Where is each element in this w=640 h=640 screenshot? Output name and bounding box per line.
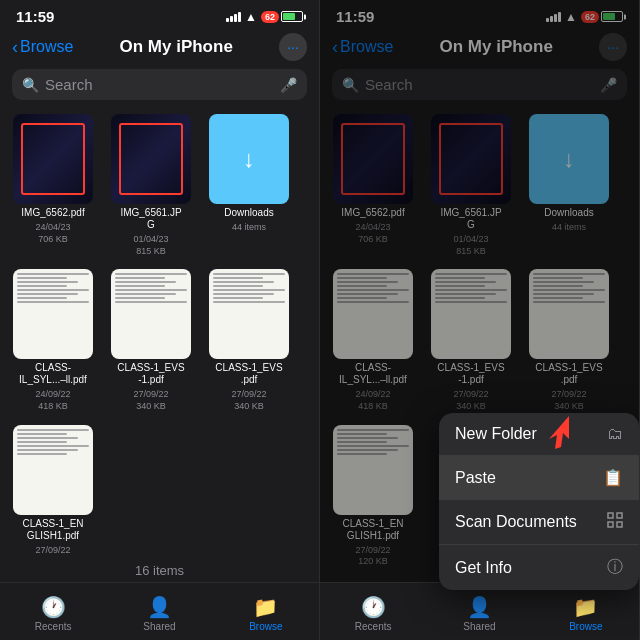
tab-browse-left[interactable]: 📁 Browse [213, 591, 319, 636]
tab-browse-label-right: Browse [569, 621, 602, 632]
file-name-class-evs: CLASS-1_EVS.pdf [215, 362, 282, 386]
file-item-class-eng[interactable]: CLASS-1_ENGLISH1.pdf 27/09/22120 KB [8, 425, 98, 555]
tab-browse-right[interactable]: 📁 Browse [533, 591, 639, 636]
file-row-3-left: CLASS-1_ENGLISH1.pdf 27/09/22120 KB [8, 425, 311, 555]
wifi-icon: ▲ [245, 10, 257, 24]
search-bar-right[interactable]: 🔍 Search 🎤 [332, 69, 627, 100]
nav-title-left: On My iPhone [120, 37, 233, 57]
file-row-1-left: IMG_6562.pdf 24/04/23706 KB IMG_6561.JPG… [8, 114, 311, 257]
mic-icon-right: 🎤 [600, 77, 617, 93]
more-button-right[interactable]: ··· [599, 33, 627, 61]
scan-icon [607, 512, 623, 532]
chevron-left-icon: ‹ [12, 37, 18, 58]
status-bar-right: 11:59 ▲ 62 [320, 0, 639, 29]
file-row-2-right: CLASS-IL_SYL...–ll.pdf 24/09/22418 KB CL… [328, 269, 631, 412]
download-arrow-icon: ↓ [243, 145, 255, 173]
tab-shared-label-right: Shared [463, 621, 495, 632]
file-thumb-class-eng [13, 425, 93, 515]
more-icon-left: ··· [287, 39, 299, 55]
file-meta-class-syl: 24/09/22418 KB [35, 389, 70, 412]
svg-rect-2 [608, 522, 613, 527]
tab-browse-label-left: Browse [249, 621, 282, 632]
svg-rect-0 [608, 513, 613, 518]
file-item-eng-r: CLASS-1_ENGLISH1.pdf 27/09/22120 KB [328, 425, 418, 568]
items-count-left: 16 items [0, 555, 319, 582]
back-label-right: Browse [340, 38, 393, 56]
browse-icon-left: 📁 [253, 595, 278, 619]
tab-shared-left[interactable]: 👤 Shared [106, 591, 212, 636]
info-icon: ⓘ [607, 557, 623, 578]
svg-rect-3 [617, 522, 622, 527]
nav-bar-left: ‹ Browse On My iPhone ··· [0, 29, 319, 69]
shared-icon-left: 👤 [147, 595, 172, 619]
recents-icon-right: 🕐 [361, 595, 386, 619]
search-input-left: Search [45, 76, 274, 93]
tab-bar-left: 🕐 Recents 👤 Shared 📁 Browse [0, 582, 319, 640]
file-name-class-syl: CLASS-IL_SYL...–ll.pdf [19, 362, 87, 386]
file-row-2-left: CLASS-IL_SYL...–ll.pdf 24/09/22418 KB CL… [8, 269, 311, 412]
tab-recents-label-left: Recents [35, 621, 72, 632]
back-button-right[interactable]: ‹ Browse [332, 37, 393, 58]
file-name-img6562: IMG_6562.pdf [21, 207, 84, 219]
recents-icon-left: 🕐 [41, 595, 66, 619]
file-item-class-evs[interactable]: CLASS-1_EVS.pdf 27/09/22340 KB [204, 269, 294, 412]
file-meta-img6562: 24/04/23706 KB [35, 222, 70, 245]
file-meta-class-evs: 27/09/22340 KB [231, 389, 266, 412]
file-meta-class-evs1: 27/09/22340 KB [133, 389, 168, 412]
status-icons-right: ▲ 62 [546, 10, 623, 24]
context-menu-paste[interactable]: Paste 📋 [439, 456, 639, 500]
file-item-img6562[interactable]: IMG_6562.pdf 24/04/23706 KB [8, 114, 98, 257]
mic-icon-left: 🎤 [280, 77, 297, 93]
tab-bar-right: 🕐 Recents 👤 Shared 📁 Browse [320, 582, 639, 640]
nav-bar-right: ‹ Browse On My iPhone ··· [320, 29, 639, 69]
back-button-left[interactable]: ‹ Browse [12, 37, 73, 58]
file-name-class-evs1: CLASS-1_EVS-1.pdf [117, 362, 184, 386]
file-item-img6561[interactable]: IMG_6561.JPG 01/04/23815 KB [106, 114, 196, 257]
file-item-syl-r: CLASS-IL_SYL...–ll.pdf 24/09/22418 KB [328, 269, 418, 412]
tab-shared-right[interactable]: 👤 Shared [426, 591, 532, 636]
battery-badge-right: 62 [581, 11, 599, 23]
file-name-img6561: IMG_6561.JPG [120, 207, 181, 231]
back-label-left: Browse [20, 38, 73, 56]
file-name-downloads: Downloads [224, 207, 273, 219]
more-button-left[interactable]: ··· [279, 33, 307, 61]
right-panel: 11:59 ▲ 62 ‹ Browse On My iPhone ··· [320, 0, 640, 640]
file-meta-img6561: 01/04/23815 KB [133, 234, 168, 257]
context-menu-label-new-folder: New Folder [455, 425, 537, 443]
file-item-class-evs1[interactable]: CLASS-1_EVS-1.pdf 27/09/22340 KB [106, 269, 196, 412]
file-thumb-img6561 [111, 114, 191, 204]
more-icon-right: ··· [607, 39, 619, 55]
status-icons-left: ▲ 62 [226, 10, 303, 24]
file-item-downloads[interactable]: ↓ Downloads 44 items [204, 114, 294, 257]
file-thumb-class-syl [13, 269, 93, 359]
file-item-class-syl[interactable]: CLASS-IL_SYL...–ll.pdf 24/09/22418 KB [8, 269, 98, 412]
file-item-evs-r: CLASS-1_EVS.pdf 27/09/22340 KB [524, 269, 614, 412]
wifi-icon-right: ▲ [565, 10, 577, 24]
search-icon-right: 🔍 [342, 77, 359, 93]
status-time-right: 11:59 [336, 8, 374, 25]
tab-shared-label-left: Shared [143, 621, 175, 632]
signal-icon-right [546, 12, 561, 22]
svg-rect-1 [617, 513, 622, 518]
file-row-1-right: IMG_6562.pdf 24/04/23706 KB IMG_6561.JPG… [328, 114, 631, 257]
file-item-downloads-r: ↓ Downloads 44 items [524, 114, 614, 257]
tab-recents-right[interactable]: 🕐 Recents [320, 591, 426, 636]
status-bar-left: 11:59 ▲ 62 [0, 0, 319, 29]
file-grid-left: IMG_6562.pdf 24/04/23706 KB IMG_6561.JPG… [0, 110, 319, 555]
chevron-left-icon-right: ‹ [332, 37, 338, 58]
file-item-evs1-r: CLASS-1_EVS-1.pdf 27/09/22340 KB [426, 269, 516, 412]
search-input-right: Search [365, 76, 594, 93]
tab-recents-label-right: Recents [355, 621, 392, 632]
context-menu-label-scan: Scan Documents [455, 513, 577, 531]
new-folder-icon: 🗂 [607, 425, 623, 443]
file-item-img6562-r: IMG_6562.pdf 24/04/23706 KB [328, 114, 418, 257]
battery-badge-left: 62 [261, 11, 279, 23]
context-menu-get-info[interactable]: Get Info ⓘ [439, 545, 639, 590]
context-menu-scan[interactable]: Scan Documents [439, 500, 639, 545]
file-thumb-class-evs1 [111, 269, 191, 359]
context-menu-label-get-info: Get Info [455, 559, 512, 577]
tab-recents-left[interactable]: 🕐 Recents [0, 591, 106, 636]
signal-icon [226, 12, 241, 22]
status-time-left: 11:59 [16, 8, 54, 25]
search-bar-left[interactable]: 🔍 Search 🎤 [12, 69, 307, 100]
